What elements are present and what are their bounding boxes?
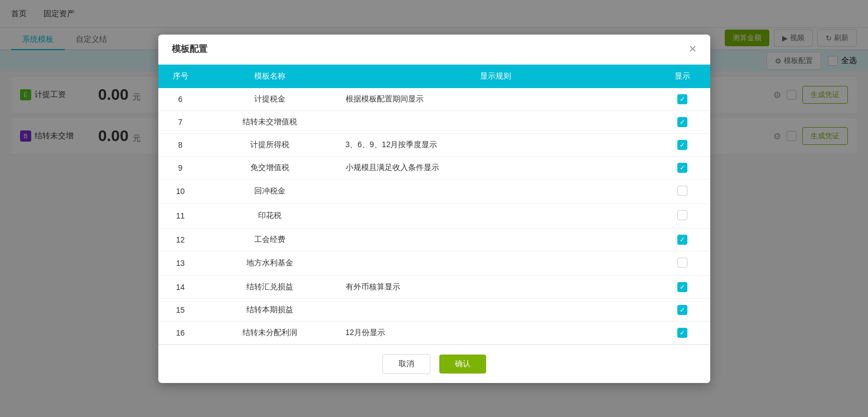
col-header-rule: 显示规则 bbox=[337, 65, 654, 88]
config-table: 序号 模板名称 显示规则 显示 6计提税金根据模板配置期间显示7结转未交增值税8… bbox=[158, 65, 710, 345]
checkbox-5[interactable] bbox=[677, 210, 687, 220]
col-header-name: 模板名称 bbox=[203, 65, 337, 88]
checkbox-0[interactable] bbox=[677, 94, 687, 104]
confirm-button[interactable]: 确认 bbox=[439, 355, 486, 374]
checkbox-7[interactable] bbox=[677, 258, 687, 268]
row-name-3: 免交增值税 bbox=[203, 156, 337, 179]
row-name-5: 印花税 bbox=[203, 203, 337, 228]
row-index-10: 16 bbox=[158, 321, 203, 344]
row-index-1: 7 bbox=[158, 110, 203, 133]
table-row: 7结转未交增值税 bbox=[158, 110, 710, 133]
checkbox-2[interactable] bbox=[677, 140, 687, 150]
row-name-6: 工会经费 bbox=[203, 228, 337, 251]
modal-overlay: 模板配置 ✕ 序号 模板名称 显示规则 显示 6计提税金根据模板配置期间显 bbox=[0, 0, 868, 417]
row-check-0 bbox=[654, 88, 710, 111]
row-rule-1 bbox=[337, 110, 654, 133]
row-index-5: 11 bbox=[158, 203, 203, 228]
checkbox-6[interactable] bbox=[677, 235, 687, 245]
row-check-8 bbox=[654, 275, 710, 298]
modal-close-button[interactable]: ✕ bbox=[688, 44, 697, 54]
table-row: 12工会经费 bbox=[158, 228, 710, 251]
row-rule-5 bbox=[337, 203, 654, 228]
row-rule-6 bbox=[337, 228, 654, 251]
table-row: 13地方水利基金 bbox=[158, 251, 710, 275]
table-scroll-area[interactable]: 序号 模板名称 显示规则 显示 6计提税金根据模板配置期间显示7结转未交增值税8… bbox=[158, 65, 710, 345]
row-rule-4 bbox=[337, 179, 654, 203]
table-row: 15结转本期损益 bbox=[158, 298, 710, 321]
table-row: 16结转未分配利润12月份显示 bbox=[158, 321, 710, 344]
modal-footer: 取消 确认 bbox=[158, 345, 710, 383]
row-index-0: 6 bbox=[158, 88, 203, 111]
row-index-7: 13 bbox=[158, 251, 203, 275]
row-name-1: 结转未交增值税 bbox=[203, 110, 337, 133]
row-check-7 bbox=[654, 251, 710, 275]
table-row: 6计提税金根据模板配置期间显示 bbox=[158, 88, 710, 111]
row-rule-9 bbox=[337, 298, 654, 321]
modal-title: 模板配置 bbox=[172, 43, 207, 55]
row-check-5 bbox=[654, 203, 710, 228]
checkbox-1[interactable] bbox=[677, 117, 687, 127]
row-index-6: 12 bbox=[158, 228, 203, 251]
row-name-10: 结转未分配利润 bbox=[203, 321, 337, 344]
row-check-2 bbox=[654, 133, 710, 156]
row-check-4 bbox=[654, 179, 710, 203]
row-index-9: 15 bbox=[158, 298, 203, 321]
checkbox-4[interactable] bbox=[677, 186, 687, 196]
row-index-8: 14 bbox=[158, 275, 203, 298]
col-header-show: 显示 bbox=[654, 65, 710, 88]
row-name-0: 计提税金 bbox=[203, 88, 337, 111]
checkbox-10[interactable] bbox=[677, 328, 687, 338]
row-index-2: 8 bbox=[158, 133, 203, 156]
checkbox-3[interactable] bbox=[677, 163, 687, 173]
modal-body: 序号 模板名称 显示规则 显示 6计提税金根据模板配置期间显示7结转未交增值税8… bbox=[158, 65, 710, 345]
row-check-6 bbox=[654, 228, 710, 251]
row-check-9 bbox=[654, 298, 710, 321]
table-row: 14结转汇兑损益有外币核算显示 bbox=[158, 275, 710, 298]
checkbox-9[interactable] bbox=[677, 305, 687, 315]
row-rule-3: 小规模且满足收入条件显示 bbox=[337, 156, 654, 179]
row-check-3 bbox=[654, 156, 710, 179]
row-rule-10: 12月份显示 bbox=[337, 321, 654, 344]
row-rule-8: 有外币核算显示 bbox=[337, 275, 654, 298]
row-name-2: 计提所得税 bbox=[203, 133, 337, 156]
template-config-modal: 模板配置 ✕ 序号 模板名称 显示规则 显示 6计提税金根据模板配置期间显 bbox=[158, 35, 710, 383]
col-header-index: 序号 bbox=[158, 65, 203, 88]
table-row: 10回冲税金 bbox=[158, 179, 710, 203]
row-index-3: 9 bbox=[158, 156, 203, 179]
row-name-4: 回冲税金 bbox=[203, 179, 337, 203]
row-rule-2: 3、6、9、12月按季度显示 bbox=[337, 133, 654, 156]
cancel-button[interactable]: 取消 bbox=[382, 354, 430, 374]
row-name-8: 结转汇兑损益 bbox=[203, 275, 337, 298]
row-name-7: 地方水利基金 bbox=[203, 251, 337, 275]
table-row: 9免交增值税小规模且满足收入条件显示 bbox=[158, 156, 710, 179]
row-check-1 bbox=[654, 110, 710, 133]
row-check-10 bbox=[654, 321, 710, 344]
row-rule-7 bbox=[337, 251, 654, 275]
checkbox-8[interactable] bbox=[677, 282, 687, 292]
modal-header: 模板配置 ✕ bbox=[158, 35, 710, 65]
table-row: 11印花税 bbox=[158, 203, 710, 228]
row-rule-0: 根据模板配置期间显示 bbox=[337, 88, 654, 111]
table-row: 8计提所得税3、6、9、12月按季度显示 bbox=[158, 133, 710, 156]
row-name-9: 结转本期损益 bbox=[203, 298, 337, 321]
row-index-4: 10 bbox=[158, 179, 203, 203]
